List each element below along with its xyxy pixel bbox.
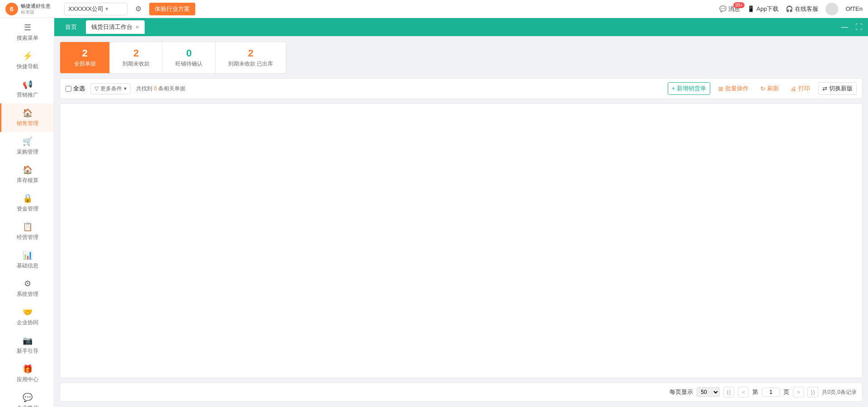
tab-close-icon[interactable]: ✕ [135,24,139,30]
sidebar-item-wechat[interactable]: 💬 企业微信 [0,388,54,407]
sidebar-label-basic-info: 基础信息 [17,262,38,270]
page-size-select[interactable]: 50 10 20 100 [697,387,720,397]
sidebar-item-purchase[interactable]: 🛒 采购管理 [0,132,54,160]
sidebar-icon-quick-nav: ⚡ [23,51,33,61]
sidebar-item-cooperation[interactable]: 🤝 企业协同 [0,303,54,331]
sidebar-item-app-center[interactable]: 🎁 应用中心 [0,360,54,388]
chevron-down-icon: ▾ [124,85,127,92]
select-all-input[interactable] [66,86,71,92]
sidebar-label-finance: 资金管理 [17,205,38,213]
stat-card-pending[interactable]: 0 旺铺待确认 [163,42,216,73]
minimize-icon[interactable]: — [839,22,850,33]
stat-card-overdue-shipped[interactable]: 2 到期未收款 已出库 [216,42,286,73]
sidebar-icon-guide: 📷 [23,336,33,346]
sidebar-item-search-menu[interactable]: ☰ 搜索菜单 [0,18,54,47]
sidebar-icon-system: ⚙ [24,279,31,289]
sidebar-icon-basic-info: 📊 [23,250,33,260]
download-icon: 📱 [747,5,755,12]
stat-card-overdue[interactable]: 2 到期未收款 [110,42,163,73]
stat-count-overdue: 2 [123,47,150,59]
add-order-btn[interactable]: + 新增销货单 [668,82,710,95]
table-area [60,103,863,378]
sidebar-item-finance[interactable]: 🔒 资金管理 [0,189,54,217]
sidebar-item-system[interactable]: ⚙ 系统管理 [0,274,54,303]
stat-count-all: 2 [73,47,97,59]
sidebar-label-cooperation: 企业协同 [17,319,38,327]
page-input[interactable] [762,388,780,397]
sidebar-icon-inventory: 🏠 [23,165,33,175]
maximize-icon[interactable]: ⛶ [854,22,864,33]
toolbar-right: + 新增销货单 ⊞ 批量操作 ↻ 刷新 🖨 打印 ⇄ [668,82,857,95]
sidebar-icon-sales: 🏠 [23,108,33,118]
sidebar-item-basic-info[interactable]: 📊 基础信息 [0,246,54,274]
filter-icon: ▽ [94,85,99,92]
avatar[interactable] [826,3,838,15]
print-icon: 🖨 [791,85,797,92]
batch-btn[interactable]: ⊞ 批量操作 [715,83,752,94]
chevron-down-icon: ▾ [105,5,108,12]
stat-label-pending: 旺铺待确认 [175,60,203,68]
pagination: 每页显示 50 10 20 100 ⟨⟨ ＜ 第 页 ＞ ⟩⟩ 共0页,0条记录 [60,383,863,402]
sidebar-item-guide[interactable]: 📷 新手引导 [0,331,54,360]
stat-count-pending: 0 [175,47,203,59]
batch-icon: ⊞ [718,85,723,92]
sidebar-icon-marketing: 📢 [23,80,33,89]
content-area: 首页 钱货日清工作台 ✕ — ⛶ 2 全部单据 2 到期未收款 0 旺铺待确认 … [54,18,868,407]
next-page-btn[interactable]: ＞ [793,387,804,398]
filter-btn[interactable]: ▽ 更多条件 ▾ [90,83,131,94]
main-layout: ☰ 搜索菜单 ⚡ 快捷导航 📢 营销推广 🏠 销售管理 🛒 采购管理 🏠 库存核… [0,18,868,407]
sidebar: ☰ 搜索菜单 ⚡ 快捷导航 📢 营销推广 🏠 销售管理 🛒 采购管理 🏠 库存核… [0,18,54,407]
sidebar-item-inventory[interactable]: 🏠 库存核算 [0,160,54,189]
tab-home[interactable]: 首页 [58,20,84,34]
stat-label-all: 全部单据 [73,60,97,68]
sidebar-icon-app-center: 🎁 [23,364,33,374]
sidebar-icon-search-menu: ☰ [24,23,31,33]
prev-page-btn[interactable]: ＜ [738,387,749,398]
tab-bar-actions: — ⛶ [839,22,864,33]
experience-btn[interactable]: 体验行业方案 [149,3,195,15]
refresh-btn[interactable]: ↻ 刷新 [757,83,783,94]
stat-count-overdue-shipped: 2 [228,47,273,59]
sidebar-icon-operation: 📋 [23,222,33,232]
top-bar: 6 畅捷通好生意 标准版 XXXXXX公司 ▾ ⚙ 体验行业方案 💬 消息 99… [0,0,868,18]
select-all-checkbox[interactable]: 全选 [66,84,85,93]
first-page-btn[interactable]: ⟨⟨ [723,387,734,398]
sidebar-icon-purchase: 🛒 [23,136,33,146]
sidebar-label-guide: 新手引导 [17,347,38,355]
app-download-btn[interactable]: 📱 App下载 [747,5,778,13]
logo-icon: 6 [5,3,18,15]
sidebar-label-operation: 经营管理 [17,234,38,241]
total-info: 共0页,0条记录 [822,388,857,396]
sidebar-item-quick-nav[interactable]: ⚡ 快捷导航 [0,47,54,75]
company-selector[interactable]: XXXXXX公司 ▾ [64,3,127,15]
settings-icon[interactable]: ⚙ [132,3,145,15]
tab-bar: 首页 钱货日清工作台 ✕ — ⛶ [54,18,868,36]
messages-badge: 99+ [733,2,745,8]
sidebar-icon-finance: 🔒 [23,193,33,203]
switch-version-btn[interactable]: ⇄ 切换新版 [818,82,857,95]
sidebar-item-marketing[interactable]: 📢 营销推广 [0,75,54,103]
service-icon: 🎧 [786,5,793,12]
print-btn[interactable]: 🖨 打印 [787,83,814,94]
sidebar-label-purchase: 采购管理 [17,148,38,156]
stat-label-overdue: 到期未收款 [123,60,150,68]
refresh-icon: ↻ [760,85,765,92]
messages-btn[interactable]: 💬 消息 99+ [719,5,740,13]
sidebar-icon-cooperation: 🤝 [23,307,33,317]
online-service-btn[interactable]: 🎧 在线客服 [786,5,818,13]
sidebar-label-inventory: 库存核算 [17,177,38,184]
toolbar: 全选 ▽ 更多条件 ▾ 共找到 0 条相关单据 + 新增销货单 ⊞ 批量操作 [60,78,863,99]
sidebar-item-operation[interactable]: 📋 经营管理 [0,217,54,246]
last-page-btn[interactable]: ⟩⟩ [807,387,818,398]
sidebar-label-quick-nav: 快捷导航 [17,63,38,70]
tab-active[interactable]: 钱货日清工作台 ✕ [86,20,145,34]
sidebar-label-system: 系统管理 [17,290,38,298]
sidebar-label-marketing: 营销推广 [17,91,38,99]
logo-text: 畅捷通好生意 标准版 [21,3,51,15]
page-content: 2 全部单据 2 到期未收款 0 旺铺待确认 2 到期未收款 已出库 全选 ▽ … [54,36,868,407]
stat-card-all[interactable]: 2 全部单据 [60,42,110,73]
sidebar-item-sales[interactable]: 🏠 销售管理 [0,103,54,132]
sidebar-icon-wechat: 💬 [23,393,33,402]
sidebar-label-search-menu: 搜索菜单 [17,34,38,42]
sidebar-label-wechat: 企业微信 [17,404,38,407]
